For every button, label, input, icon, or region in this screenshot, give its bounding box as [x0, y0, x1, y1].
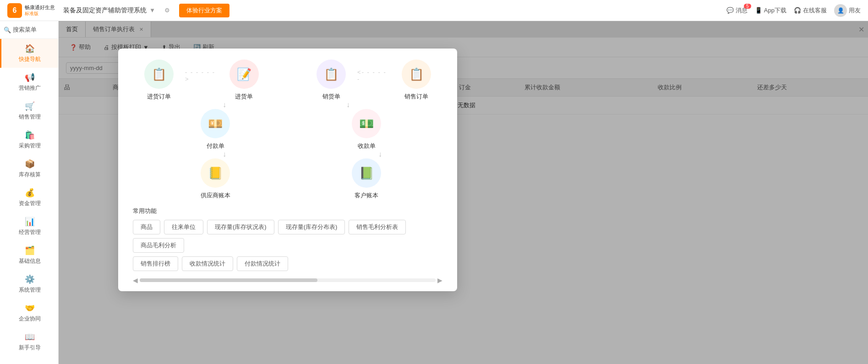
- corp-icon: 🤝: [25, 303, 35, 313]
- flow-right-pair: 📋 销货单 <- - - - - - 📋 销售订单: [305, 60, 442, 101]
- func-buttons-row-2: 销售排行榜 收款情况统计 付款情况统计: [133, 256, 442, 271]
- node-receipt-bill[interactable]: 💵 收款单: [339, 109, 394, 150]
- flow-row-3: 📒 供应商账本 📗 客户账本: [133, 158, 442, 200]
- payment-bill-label: 付款单: [207, 142, 224, 150]
- sidebar-item-quick-nav[interactable]: 🏠 快捷导航: [0, 39, 58, 68]
- sidebar-item-marketing[interactable]: 📢 营销推广: [0, 68, 58, 97]
- search-icon: 🔍: [4, 27, 11, 33]
- online-service-item[interactable]: 🎧 在线客服: [794, 6, 827, 15]
- node-customer-ledger[interactable]: 📗 客户账本: [339, 158, 394, 200]
- sales-bill-label: 销货单: [322, 92, 340, 101]
- h-arrow-2: <- - - - - -: [357, 69, 390, 82]
- v-arrow-left: ↓: [188, 101, 247, 109]
- sidebar-label-2: 销售管理: [19, 113, 41, 121]
- user-area[interactable]: 👤 用友: [834, 4, 861, 17]
- system-icon: ⚙️: [25, 274, 35, 284]
- system-title-text: 装备及固定资产辅助管理系统: [63, 6, 147, 15]
- avatar: 👤: [834, 4, 847, 17]
- sidebar-label-9: 企业协同: [19, 315, 41, 323]
- func-btn-partner[interactable]: 往来单位: [164, 220, 203, 234]
- logo-icon: 6: [7, 3, 22, 18]
- sidebar-search-label: 搜索菜单: [13, 26, 37, 34]
- message-item[interactable]: 💬 消息 5: [726, 6, 748, 15]
- app-download-item[interactable]: 📱 App下载: [755, 6, 786, 15]
- popup-panel: 📋 进货订单 - - - - - -> 📝 进货单: [118, 49, 457, 291]
- node-sales-order[interactable]: 📋 销售订单: [390, 60, 442, 101]
- common-title: 常用功能: [133, 207, 442, 215]
- node-purchase-bill[interactable]: 📝 进货单: [218, 60, 270, 101]
- node-sales-bill[interactable]: 📋 销货单: [305, 60, 357, 101]
- receipt-bill-circle: 💵: [352, 109, 381, 138]
- func-btn-product-profit[interactable]: 商品毛利分析: [133, 238, 184, 253]
- payment-bill-circle: 💴: [201, 109, 230, 138]
- logo-line1: 畅康通好生意: [25, 4, 55, 11]
- func-btn-inventory-status[interactable]: 现存量(库存状况表): [207, 220, 274, 234]
- finance-icon: 💰: [25, 188, 35, 198]
- message-icon: 💬: [726, 7, 734, 14]
- sales-order-circle: 📋: [402, 60, 431, 89]
- v-arrow-left-2: ↓: [188, 150, 247, 158]
- sidebar-label-6: 经营管理: [19, 228, 41, 236]
- supplier-ledger-label: 供应商账本: [201, 191, 230, 200]
- app-download-label: App下载: [764, 6, 786, 15]
- purchase-bill-label: 进货单: [235, 92, 253, 101]
- flow-row-2: 💴 付款单 💵 收款单: [133, 109, 442, 150]
- func-btn-product[interactable]: 商品: [133, 220, 160, 234]
- marketing-icon: 📢: [25, 72, 35, 82]
- func-btn-sales-ranking[interactable]: 销售排行榜: [133, 256, 178, 271]
- node-payment-bill[interactable]: 💴 付款单: [188, 109, 243, 150]
- flow-diagram: 📋 进货订单 - - - - - -> 📝 进货单: [133, 60, 442, 200]
- trial-btn[interactable]: 体验行业方案: [179, 4, 229, 17]
- v-arrow-right-2: ↓: [344, 150, 403, 158]
- top-right: 💬 消息 5 📱 App下载 🎧 在线客服 👤 用友: [726, 4, 861, 17]
- flow-v-arrows-2: ↓ ↓: [133, 150, 442, 158]
- inventory-icon: 📦: [25, 159, 35, 169]
- sidebar-item-corp[interactable]: 🤝 企业协同: [0, 299, 58, 327]
- logo-text: 畅康通好生意 标准版: [25, 4, 55, 16]
- scroll-track[interactable]: [140, 278, 436, 282]
- node-purchase-order[interactable]: 📋 进货订单: [133, 60, 185, 101]
- sidebar-item-finance[interactable]: 💰 资金管理: [0, 183, 58, 212]
- headset-icon: 🎧: [794, 7, 801, 14]
- sidebar: 🔍 搜索菜单 🏠 快捷导航 📢 营销推广 🛒 销售管理 🛍️ 采购管理 📦: [0, 21, 59, 364]
- sidebar-item-system[interactable]: ⚙️ 系统管理: [0, 270, 58, 299]
- sidebar-label-10: 新手引导: [19, 344, 41, 352]
- sidebar-item-newbie[interactable]: 📖 新手引导: [0, 327, 58, 356]
- message-badge: 5: [744, 4, 751, 9]
- customer-ledger-label: 客户账本: [355, 191, 378, 200]
- func-btn-receipt-stats[interactable]: 收款情况统计: [182, 256, 233, 271]
- scroll-right-arrow[interactable]: ▶: [437, 277, 442, 284]
- func-btn-sales-profit-report[interactable]: 销售毛利分析表: [349, 220, 406, 234]
- sidebar-label-7: 基础信息: [19, 257, 41, 265]
- func-buttons-row-1: 商品 往来单位 现存量(库存状况表) 现存量(库存分布表) 销售毛利分析表 商品…: [133, 220, 442, 253]
- popup-scroll: ◀ ▶: [133, 277, 442, 284]
- supplier-ledger-circle: 📒: [201, 158, 230, 188]
- h-arrow-1: - - - - - ->: [185, 69, 218, 82]
- system-title-area: 装备及固定资产辅助管理系统 ▼: [63, 6, 155, 15]
- scroll-left-arrow[interactable]: ◀: [133, 277, 138, 284]
- purchase-order-circle: 📋: [144, 60, 174, 89]
- node-supplier-ledger[interactable]: 📒 供应商账本: [188, 158, 243, 200]
- sidebar-item-inventory[interactable]: 📦 库存核算: [0, 154, 58, 183]
- purchase-bill-circle: 📝: [229, 60, 259, 89]
- sidebar-search[interactable]: 🔍 搜索菜单: [0, 21, 58, 39]
- main-area: 🔍 搜索菜单 🏠 快捷导航 📢 营销推广 🛒 销售管理 🛍️ 采购管理 📦: [0, 21, 868, 364]
- system-dropdown-btn[interactable]: ▼: [149, 7, 155, 14]
- flow-v-arrows: ↓ ↓: [133, 101, 442, 109]
- settings-btn[interactable]: ⚙: [161, 4, 174, 17]
- receipt-bill-label: 收款单: [358, 142, 376, 150]
- sidebar-item-sales[interactable]: 🛒 销售管理: [0, 97, 58, 125]
- sidebar-label-4: 库存核算: [19, 171, 41, 179]
- purchase-icon: 🛍️: [25, 130, 35, 140]
- func-btn-inventory-dist[interactable]: 现存量(库存分布表): [278, 220, 345, 234]
- online-service-label: 在线客服: [803, 6, 827, 15]
- logo-line2: 标准版: [25, 11, 55, 16]
- customer-ledger-circle: 📗: [352, 158, 381, 188]
- sidebar-item-purchase[interactable]: 🛍️ 采购管理: [0, 125, 58, 154]
- purchase-order-label: 进货订单: [147, 92, 171, 101]
- func-btn-payment-stats[interactable]: 付款情况统计: [237, 256, 288, 271]
- sidebar-item-business[interactable]: 📊 经营管理: [0, 212, 58, 241]
- home-icon: 🏠: [25, 43, 35, 54]
- newbie-icon: 📖: [25, 332, 35, 342]
- sidebar-item-basic[interactable]: 🗂️ 基础信息: [0, 241, 58, 270]
